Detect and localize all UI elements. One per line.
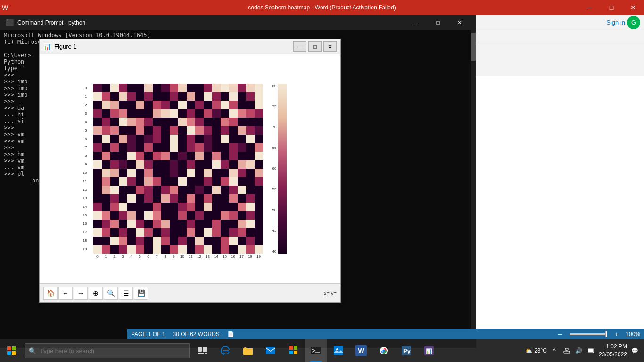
hm-cell-13-8 — [161, 194, 170, 203]
hm-cell-10-18 — [246, 169, 255, 177]
svg-rect-3 — [12, 351, 16, 355]
figure-icon: 📊 — [43, 43, 51, 50]
hm-cell-12-5 — [136, 186, 144, 194]
cmd-scrollbar[interactable] — [471, 30, 476, 334]
figure-maximize-button[interactable]: □ — [308, 41, 322, 52]
cb-label-60: 60 — [272, 166, 277, 171]
close-button[interactable]: ✕ — [622, 0, 644, 15]
taskbar-photos[interactable] — [327, 339, 350, 362]
hm-cell-19-13 — [204, 245, 212, 254]
forward-tool-button[interactable]: → — [74, 287, 88, 300]
taskbar-time[interactable]: 1:02 PM 23/05/2022 — [599, 343, 627, 359]
hm-cell-8-6 — [144, 152, 153, 160]
cmd-scrollthumb[interactable] — [471, 33, 476, 61]
hm-cell-5-5 — [136, 126, 144, 135]
hm-cell-13-6 — [144, 194, 153, 203]
taskbar-python[interactable]: Py — [395, 339, 418, 362]
hm-cell-8-19 — [255, 152, 263, 160]
notification-icon[interactable]: 💬 — [629, 345, 640, 356]
hm-cell-9-4 — [127, 160, 136, 169]
zoom-out-button[interactable]: ─ — [558, 331, 562, 337]
hm-cell-14-12 — [195, 203, 204, 211]
tray-battery[interactable] — [586, 345, 597, 356]
maximize-button[interactable]: □ — [601, 0, 622, 15]
taskbar-search[interactable]: 🔍 — [25, 343, 190, 358]
hm-cell-10-1 — [102, 169, 110, 177]
search-tool-button[interactable]: 🔍 — [104, 287, 118, 300]
hm-cell-16-11 — [187, 220, 195, 228]
svg-rect-7 — [205, 353, 207, 354]
search-input[interactable] — [40, 347, 185, 354]
hm-cell-12-19 — [255, 186, 263, 194]
taskbar-edge[interactable] — [214, 339, 237, 362]
taskbar-store[interactable] — [282, 339, 305, 362]
tray-network[interactable] — [561, 345, 572, 356]
y-label-0: 0 — [83, 84, 88, 92]
figure-close-button[interactable]: ✕ — [323, 41, 337, 52]
y-label-17: 17 — [83, 228, 88, 237]
taskbar-app-extra[interactable]: 📊 — [418, 339, 440, 362]
hm-cell-17-2 — [110, 228, 119, 237]
zoom-tool-button[interactable]: ⊕ — [89, 287, 103, 300]
hm-cell-12-18 — [246, 186, 255, 194]
hm-cell-18-1 — [102, 237, 110, 245]
figure-window: 📊 Figure 1 ─ □ ✕ 0 1 2 3 4 5 6 7 — [39, 39, 341, 303]
start-button[interactable] — [0, 339, 23, 362]
taskbar-task-view[interactable] — [191, 339, 214, 362]
hm-cell-11-6 — [144, 177, 153, 186]
taskbar-mail[interactable] — [259, 339, 282, 362]
hm-cell-3-14 — [212, 109, 221, 118]
hm-cell-14-17 — [238, 203, 246, 211]
hm-cell-2-12 — [195, 101, 204, 109]
hm-cell-7-1 — [102, 143, 110, 152]
hm-cell-15-11 — [187, 211, 195, 220]
taskbar-file-explorer[interactable] — [237, 339, 259, 362]
hm-cell-18-5 — [136, 237, 144, 245]
hm-cell-11-1 — [102, 177, 110, 186]
status-bar: PAGE 1 OF 1 30 OF 62 WORDS 📄 ─ + 100% — [127, 329, 644, 339]
hm-cell-14-5 — [136, 203, 144, 211]
tray-volume[interactable]: 🔊 — [573, 345, 585, 356]
back-tool-button[interactable]: ← — [58, 287, 73, 300]
signin-button[interactable]: Sign in — [606, 19, 625, 26]
hm-cell-9-8 — [161, 160, 170, 169]
hm-cell-3-5 — [136, 109, 144, 118]
hm-cell-14-9 — [170, 203, 178, 211]
hm-cell-10-15 — [221, 169, 229, 177]
hm-cell-0-18 — [246, 84, 255, 92]
taskbar-chrome[interactable] — [372, 339, 395, 362]
hm-cell-3-17 — [238, 109, 246, 118]
hm-cell-16-12 — [195, 220, 204, 228]
svg-rect-27 — [564, 351, 570, 353]
hm-cell-14-15 — [221, 203, 229, 211]
zoom-in-button[interactable]: + — [615, 331, 618, 337]
hm-cell-9-11 — [187, 160, 195, 169]
hm-cell-10-14 — [212, 169, 221, 177]
cmd-close-button[interactable]: ✕ — [449, 15, 471, 30]
cmd-maximize-button[interactable]: □ — [427, 15, 449, 30]
hm-cell-7-18 — [246, 143, 255, 152]
hm-cell-16-17 — [238, 220, 246, 228]
hm-cell-4-0 — [93, 118, 102, 126]
svg-text:📊: 📊 — [426, 348, 432, 354]
x-label-6: 6 — [144, 255, 153, 259]
figure-minimize-button[interactable]: ─ — [293, 41, 306, 52]
hm-cell-10-6 — [144, 169, 153, 177]
save-tool-button[interactable]: 💾 — [134, 287, 148, 300]
tray-chevron[interactable]: ^ — [549, 345, 560, 356]
minimize-button[interactable]: ─ — [579, 0, 601, 15]
hm-cell-8-1 — [102, 152, 110, 160]
taskbar-word[interactable]: W — [350, 339, 372, 362]
hm-cell-14-11 — [187, 203, 195, 211]
hm-cell-13-12 — [195, 194, 204, 203]
hm-cell-9-2 — [110, 160, 119, 169]
settings-tool-button[interactable]: ☰ — [119, 287, 133, 300]
account-icon[interactable]: G — [627, 16, 640, 29]
home-tool-button[interactable]: 🏠 — [43, 287, 58, 300]
svg-rect-17 — [334, 346, 343, 355]
hm-cell-13-2 — [110, 194, 119, 203]
cmd-minimize-button[interactable]: ─ — [405, 15, 427, 30]
hm-cell-18-15 — [221, 237, 229, 245]
taskbar-cmd[interactable] — [305, 339, 327, 362]
zoom-slider[interactable] — [570, 333, 607, 335]
